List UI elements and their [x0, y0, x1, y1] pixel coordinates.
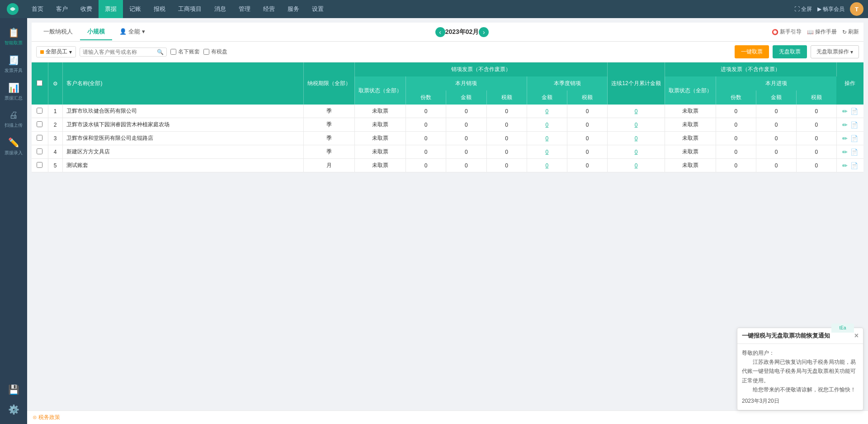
- sidebar-item-entry[interactable]: ✏️ 票据录入: [0, 133, 27, 160]
- main-tabs: 一般纳税人 小规模 👤 全能 ▾: [36, 24, 152, 40]
- row-edit-icon-2[interactable]: ✏: [842, 135, 848, 142]
- notif-content1: 江苏政务网已恢复访问电子税务局功能，易代账一键登陆电子税务局与无盘取票相关功能可…: [742, 357, 859, 385]
- sidebar-help[interactable]: ⚙️: [0, 400, 27, 419]
- nav-tax[interactable]: 报税: [147, 0, 172, 18]
- th-tax-period: 纳税期限（全部）: [303, 62, 354, 105]
- th-sales-status: 取票状态（全部）: [354, 76, 406, 105]
- sidebar-item-summary[interactable]: 📊 票据汇总: [0, 78, 27, 105]
- fullscreen-btn[interactable]: ⛶ 全屏: [794, 5, 812, 13]
- vip-btn[interactable]: ▶ 畅享会员: [817, 5, 844, 13]
- row-checkbox-0[interactable]: [37, 108, 42, 114]
- row-edit-icon-4[interactable]: ✏: [842, 162, 848, 169]
- sidebar-download[interactable]: 💾: [0, 380, 27, 400]
- row-cumulative-1: 0: [608, 118, 665, 132]
- row-detail-icon-2[interactable]: 📄: [850, 135, 858, 142]
- manual-label: 操作手册: [815, 28, 837, 36]
- employee-select[interactable]: 全部员工 ▾: [36, 46, 76, 57]
- row-edit-icon-1[interactable]: ✏: [842, 121, 848, 129]
- row-purchase-tax-0: 0: [797, 105, 836, 118]
- th-sales-tax: 税额: [486, 91, 527, 105]
- under-account-checkbox[interactable]: [170, 49, 176, 55]
- nav-invoice[interactable]: 票据: [99, 0, 123, 18]
- row-name-0: 卫辉市玖玖健合医药有限公司: [62, 105, 303, 118]
- nav-message[interactable]: 消息: [208, 0, 232, 18]
- nav-fee[interactable]: 收费: [74, 0, 99, 18]
- row-purchase-amount-4: 0: [756, 159, 796, 172]
- row-name-2: 卫辉市保和堂医药有限公司走辊路店: [62, 132, 303, 145]
- no-disk-btn[interactable]: 无盘取票: [773, 45, 807, 58]
- tax-disk-checkbox[interactable]: [203, 49, 209, 55]
- row-action-2: ✏ 📄: [836, 132, 863, 145]
- row-sales-shares-1: 0: [406, 118, 446, 132]
- row-name-4: 测试账套: [62, 159, 303, 172]
- user-avatar[interactable]: T: [850, 2, 863, 16]
- row-quarter-tax-2: 0: [567, 132, 608, 145]
- nav-accounting[interactable]: 记账: [123, 0, 147, 18]
- row-checkbox-1[interactable]: [37, 121, 42, 127]
- setting-icon[interactable]: ⚙: [53, 81, 58, 87]
- row-checkbox-3[interactable]: [37, 148, 42, 154]
- search-icon[interactable]: 🔍: [157, 49, 164, 55]
- period-prev-btn[interactable]: ‹: [435, 27, 445, 37]
- row-detail-icon-4[interactable]: 📄: [850, 162, 858, 169]
- header-actions: ⭕ 新手引导 📖 操作手册 ↻ 刷新: [772, 28, 859, 36]
- row-action-4: ✏ 📄: [836, 159, 863, 172]
- row-purchase-status-3: 未取票: [665, 145, 716, 159]
- nav-client[interactable]: 客户: [50, 0, 74, 18]
- row-sales-shares-2: 0: [406, 132, 446, 145]
- notif-title: 一键报税与无盘取票功能恢复通知: [742, 332, 830, 340]
- tab-small-scale[interactable]: 小规模: [80, 24, 112, 40]
- row-detail-icon-3[interactable]: 📄: [850, 148, 858, 156]
- issue-invoice-label: 发票开具: [5, 67, 23, 73]
- nav-manage[interactable]: 管理: [232, 0, 257, 18]
- tax-policy-link[interactable]: ⊙ 税务政策: [33, 414, 60, 421]
- row-cumulative-2: 0: [608, 132, 665, 145]
- row-edit-icon-0[interactable]: ✏: [842, 108, 848, 115]
- row-checkbox-2[interactable]: [37, 135, 42, 141]
- row-cumulative-0: 0: [608, 105, 665, 118]
- manual-btn[interactable]: 📖 操作手册: [807, 28, 837, 36]
- row-quarter-amount-4: 0: [527, 159, 567, 172]
- sidebar-item-scan[interactable]: 🖨 扫描上传: [0, 105, 27, 133]
- th-current-quarter-sales: 本季度销项: [527, 76, 608, 91]
- summary-label: 票据汇总: [5, 95, 23, 101]
- row-tax-period-4: 月: [303, 159, 354, 172]
- select-all-checkbox[interactable]: [37, 80, 42, 86]
- no-disk-ops-btn[interactable]: 无盘取票操作 ▾: [811, 45, 859, 58]
- row-sales-tax-0: 0: [486, 105, 527, 118]
- guide-icon: ⭕: [772, 29, 778, 35]
- row-purchase-amount-2: 0: [756, 132, 796, 145]
- employee-chevron-icon: ▾: [69, 49, 72, 55]
- tab-all[interactable]: 👤 全能 ▾: [112, 24, 152, 40]
- refresh-label: 刷新: [848, 28, 859, 36]
- row-checkbox-4[interactable]: [37, 162, 42, 168]
- refresh-icon: ↻: [842, 29, 847, 35]
- entry-label: 票据录入: [5, 150, 23, 156]
- row-quarter-amount-0: 0: [527, 105, 567, 118]
- sidebar-item-smart-invoice[interactable]: 📋 智能取票: [0, 23, 27, 50]
- row-edit-icon-3[interactable]: ✏: [842, 148, 848, 156]
- row-tax-period-0: 季: [303, 105, 354, 118]
- period-next-btn[interactable]: ›: [479, 27, 489, 37]
- row-quarter-amount-3: 0: [527, 145, 567, 159]
- under-account-checkbox-wrap[interactable]: 名下账套: [170, 48, 200, 56]
- nav-business[interactable]: 工商项目: [172, 0, 208, 18]
- nav-home[interactable]: 首页: [25, 0, 50, 18]
- notif-close-btn[interactable]: ×: [854, 332, 859, 340]
- search-input[interactable]: [83, 49, 155, 55]
- nav-settings[interactable]: 设置: [306, 0, 330, 18]
- row-detail-icon-1[interactable]: 📄: [850, 121, 858, 129]
- nav-service[interactable]: 服务: [281, 0, 306, 18]
- row-index-2: 3: [48, 132, 62, 145]
- tax-disk-checkbox-wrap[interactable]: 有税盘: [203, 48, 227, 56]
- row-detail-icon-0[interactable]: 📄: [850, 108, 858, 115]
- one-click-btn[interactable]: 一键取票: [735, 45, 769, 58]
- tab-general-taxpayer[interactable]: 一般纳税人: [36, 24, 80, 40]
- refresh-btn[interactable]: ↻ 刷新: [842, 28, 859, 36]
- table-row: 4 新建区方方文具店 季 未取票 0 0 0 0 0 0 未取票 0 0 0 ✏…: [32, 145, 863, 159]
- th-quarter-tax: 税额: [567, 91, 608, 105]
- nav-operation[interactable]: 经营: [257, 0, 281, 18]
- sidebar-item-issue-invoice[interactable]: 🧾 发票开具: [0, 50, 27, 78]
- new-guide-btn[interactable]: ⭕ 新手引导: [772, 28, 802, 36]
- row-purchase-amount-3: 0: [756, 145, 796, 159]
